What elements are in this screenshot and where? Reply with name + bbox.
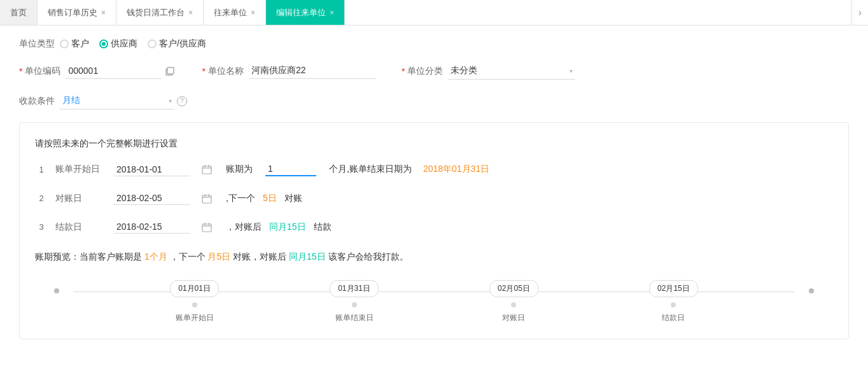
start-date-calendar-icon[interactable] [200,163,213,176]
tab-bar: 首页 销售订单历史 × 钱货日清工作台 × 往来单位 × 编辑往来单位 × › [0,0,868,25]
unit-code-row: * 单位编码 * 单位名称 * 单位分类 未分类 ▾ [19,62,849,80]
preview-text: 账期预览：当前客户账期是 1个月 ，下一个 月5日 对账，对账后 同月15日 该… [35,249,833,265]
setting-row-3: 3 结款日 ，对账后 同月15日 结款 [35,220,833,234]
row-num-1: 1 [35,165,48,174]
reconcile-date-calendar-icon[interactable] [200,192,213,205]
settings-card: 请按照未来的一个完整帐期进行设置 1 账单开始日 账期为 个月,账单结束日期为 … [19,122,849,339]
timeline-left-dot [54,288,59,293]
node-bubble-1: 01月01日 [170,280,219,297]
timeline-node-4: 02月15日 结款日 [649,280,698,323]
tab-cash-ledger-close[interactable]: × [188,8,193,17]
node-dot-4 [671,302,676,307]
unit-type-label: 单位类型 [19,38,55,50]
unit-type-row: 单位类型 客户 供应商 客户/供应商 [19,38,849,50]
unit-name-input[interactable] [249,63,376,79]
tab-edit-partner[interactable]: 编辑往来单位 × [266,0,345,25]
category-dropdown-icon: ▾ [570,67,573,74]
payment-term-value: 月结 [62,95,169,106]
reconcile-suffix: 对账 [284,193,302,204]
tab-sales-history[interactable]: 销售订单历史 × [38,0,116,25]
tab-cash-ledger[interactable]: 钱货日清工作台 × [116,0,204,25]
node-bubble-2: 01月31日 [330,280,379,297]
row-label-1: 账单开始日 [55,164,106,175]
node-bubble-4: 02月15日 [649,280,698,297]
row-num-2: 2 [35,194,48,203]
payment-date-input[interactable] [114,220,190,234]
unit-code-label: 单位编码 [25,66,60,77]
row-label-3: 结款日 [55,222,106,233]
payment-term-dropdown-icon: ▾ [169,97,172,104]
unit-category-select[interactable]: 未分类 ▾ [448,62,575,80]
radio-both[interactable]: 客户/供应商 [148,38,206,50]
node-dot-3 [511,302,516,307]
main-content: 单位类型 客户 供应商 客户/供应商 * 单位编码 * [0,25,868,387]
payment-suffix: 结款 [314,222,332,233]
timeline: 01月01日 账单开始日 01月31日 账单结束日 02月05日 对账日 02月… [35,280,833,323]
node-bubble-3: 02月05日 [489,280,538,297]
radio-customer-circle [60,39,69,48]
node-dot-2 [352,302,357,307]
radio-customer[interactable]: 客户 [60,38,89,50]
required-star-name: * [202,66,205,76]
unit-name-label: 单位名称 [208,66,244,77]
unit-category-label: 单位分类 [407,66,443,77]
node-dot-1 [192,302,197,307]
tab-partner-units-close[interactable]: × [251,8,255,17]
preview-date1: 月5日 [207,251,230,262]
tab-more-arrow[interactable]: › [851,0,868,25]
period-end-date: 2018年01月31日 [423,164,489,175]
period-input[interactable] [265,162,316,176]
tab-home[interactable]: 首页 [0,0,38,25]
period-suffix: 个月,账单结束日期为 [329,164,412,175]
preview-mid2: 对账，对账后 [233,251,286,262]
svg-rect-6 [202,195,211,203]
radio-group-unit-type: 客户 供应商 客户/供应商 [60,38,206,50]
payment-prefix: ，对账后 [226,222,262,233]
row-label-2: 对账日 [55,193,106,204]
node-label-2: 账单结束日 [335,313,374,323]
payment-term-select[interactable]: 月结 ▾ [60,92,174,109]
tab-partner-units[interactable]: 往来单位 × [204,0,266,25]
row-num-3: 3 [35,222,48,232]
start-date-input[interactable] [114,163,190,176]
svg-rect-10 [202,224,211,232]
tab-sales-history-close[interactable]: × [101,8,106,17]
svg-rect-2 [202,166,211,174]
reconcile-highlight: 5日 [263,193,277,204]
payment-highlight: 同月15日 [269,222,306,233]
reconcile-prefix: ,下一个 [226,193,255,204]
timeline-node-3: 02月05日 对账日 [489,280,538,323]
radio-both-circle [148,39,157,48]
tab-edit-partner-close[interactable]: × [330,8,334,17]
setting-row-2: 2 对账日 ,下一个 5日 对账 [35,192,833,205]
preview-end: 该客户会给我打款。 [328,251,409,262]
unit-category-value: 未分类 [451,65,570,76]
payment-date-calendar-icon[interactable] [200,221,213,234]
preview-date2: 同月15日 [289,251,326,262]
timeline-nodes: 01月01日 账单开始日 01月31日 账单结束日 02月05日 对账日 02月… [54,280,814,323]
preview-period: 1个月 [144,251,167,262]
payment-term-label: 收款条件 [19,95,55,107]
required-star-code: * [19,66,22,76]
reconcile-date-input[interactable] [114,192,190,205]
preview-label: 账期预览：当前客户账期是 [35,251,142,262]
node-label-4: 结款日 [662,313,685,323]
preview-mid: ，下一个 [170,251,206,262]
timeline-left-dot-wrap [54,288,59,293]
period-prefix: 账期为 [226,164,253,175]
node-label-1: 账单开始日 [176,313,214,323]
radio-supplier[interactable]: 供应商 [99,38,137,50]
node-label-3: 对账日 [502,313,525,323]
payment-term-row: 收款条件 月结 ▾ ? [19,92,849,109]
help-icon[interactable]: ? [177,96,187,106]
card-title: 请按照未来的一个完整帐期进行设置 [35,138,833,150]
radio-supplier-circle [99,39,108,48]
setting-row-1: 1 账单开始日 账期为 个月,账单结束日期为 2018年01月31日 [35,162,833,176]
unit-code-copy-icon[interactable] [164,65,176,78]
timeline-right-dot [809,288,814,293]
required-star-category: * [402,66,405,76]
unit-code-input[interactable] [66,63,161,79]
timeline-node-1: 01月01日 账单开始日 [170,280,219,323]
timeline-right-dot-wrap [809,288,814,293]
svg-rect-1 [167,67,174,74]
